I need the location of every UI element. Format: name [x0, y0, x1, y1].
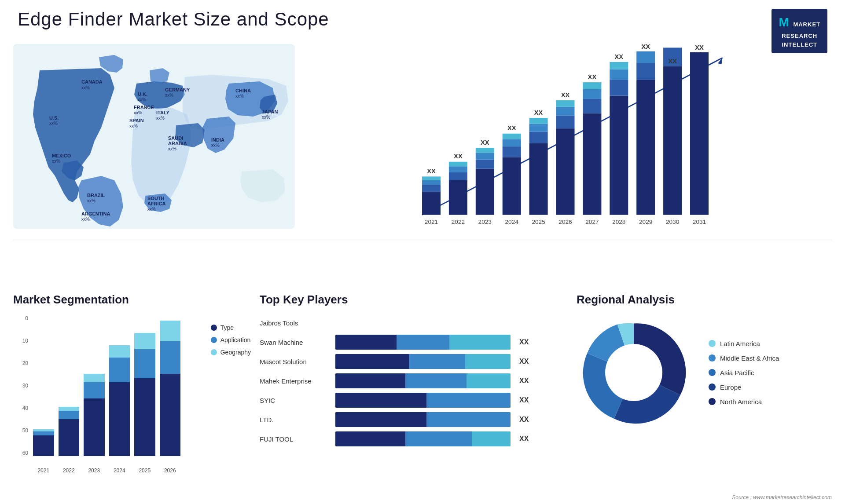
- legend-asia-dot: [709, 369, 716, 376]
- legend-europe: Europe: [709, 383, 779, 391]
- map-label-china: CHINA: [235, 88, 251, 93]
- svg-text:XX: XX: [668, 58, 677, 65]
- svg-rect-34: [583, 99, 601, 113]
- legend-type: Type: [211, 324, 251, 331]
- legend-latin-dot: [709, 340, 716, 347]
- seg-legend: Type Application Geography: [211, 324, 251, 356]
- svg-text:XX: XX: [588, 73, 597, 80]
- world-map-svg: CANADA xx% U.S. xx% MEXICO xx% BRAZIL xx…: [13, 44, 295, 229]
- seg-x-2022: 2022: [59, 467, 80, 474]
- map-label-brazil: BRAZIL: [87, 193, 105, 198]
- logo-m-icon: M: [779, 13, 789, 32]
- map-pct-italy: xx%: [156, 116, 165, 121]
- svg-rect-15: [476, 153, 494, 160]
- seg-bar-2023: [84, 315, 105, 456]
- bar-mahek-seg3: [467, 373, 511, 388]
- segmentation-section: Market Segmentation 60 50 40 30 20 10 0: [13, 293, 251, 491]
- player-bar-swan: [335, 335, 511, 350]
- svg-rect-35: [583, 89, 601, 99]
- svg-text:XX: XX: [534, 109, 543, 116]
- page-title: Edge Finder Market Size and Scope: [18, 9, 329, 30]
- map-label-southafrica: SOUTH: [147, 196, 165, 201]
- bar-fuji-seg3: [472, 431, 511, 446]
- legend-app-dot: [211, 337, 217, 343]
- map-label-germany: GERMANY: [165, 87, 190, 92]
- legend-geography: Geography: [211, 349, 251, 356]
- seg-x-2023: 2023: [84, 467, 105, 474]
- bar-ltd-seg2: [426, 412, 511, 427]
- player-xx-mahek: XX: [519, 377, 533, 385]
- donut-legend: Latin America Middle East & Africa Asia …: [709, 340, 779, 405]
- player-bar-fuji: [335, 431, 511, 446]
- player-xx-fuji: XX: [519, 435, 533, 443]
- bar-mascot-seg1: [335, 354, 409, 369]
- svg-rect-31: [556, 100, 575, 107]
- legend-application: Application: [211, 336, 251, 343]
- svg-text:2021: 2021: [425, 219, 438, 225]
- svg-text:2030: 2030: [666, 219, 680, 225]
- player-xx-swan: XX: [519, 338, 533, 346]
- segmentation-title: Market Segmentation: [13, 293, 251, 307]
- player-row-mascot: Mascot Solution XX: [260, 354, 533, 369]
- svg-rect-18: [503, 157, 521, 215]
- svg-rect-49: [690, 52, 709, 215]
- map-label-southafrica2: AFRICA: [147, 201, 166, 206]
- svg-text:2023: 2023: [478, 219, 492, 225]
- bar-fuji-seg1: [335, 431, 405, 446]
- key-players-section: Top Key Players Jaibros Tools Swan Machi…: [260, 293, 533, 491]
- legend-na-label: North America: [720, 398, 762, 405]
- svg-rect-16: [476, 148, 494, 153]
- player-row-swan: Swan Machine XX: [260, 335, 533, 350]
- bar-mascot-seg2: [409, 354, 465, 369]
- seg-y-60: 60: [22, 450, 28, 456]
- map-pct-brazil: xx%: [87, 198, 96, 203]
- map-label-france: FRANCE: [134, 105, 154, 110]
- donut-hole: [605, 344, 662, 401]
- legend-na-dot: [709, 398, 716, 405]
- player-xx-syic: XX: [519, 396, 533, 404]
- svg-rect-38: [610, 96, 628, 215]
- growth-chart-section: XX XX XX XX XX XX: [308, 44, 832, 229]
- svg-rect-41: [610, 62, 628, 69]
- map-pct-canada: xx%: [81, 85, 90, 90]
- world-map-section: CANADA xx% U.S. xx% MEXICO xx% BRAZIL xx…: [13, 44, 295, 229]
- svg-rect-19: [503, 146, 521, 157]
- svg-text:2027: 2027: [585, 219, 599, 225]
- map-label-mexico: MEXICO: [52, 153, 71, 158]
- legend-type-dot: [211, 325, 217, 331]
- svg-text:XX: XX: [454, 153, 463, 160]
- map-label-uk: U.K.: [138, 91, 147, 97]
- svg-text:2031: 2031: [693, 219, 706, 225]
- bar-swan-seg1: [335, 335, 397, 350]
- svg-rect-25: [529, 124, 548, 132]
- svg-text:XX: XX: [507, 124, 516, 131]
- bar-syic-seg1: [335, 393, 426, 408]
- svg-rect-5: [422, 180, 441, 185]
- regional-analysis-section: Regional Analysis Latin America: [577, 293, 832, 491]
- legend-mea-dot: [709, 354, 716, 362]
- map-label-india: INDIA: [211, 137, 224, 142]
- legend-europe-label: Europe: [720, 383, 741, 391]
- player-name-jaibros: Jaibros Tools: [260, 319, 330, 327]
- bar-mahek-seg1: [335, 373, 405, 388]
- map-pct-saudi: xx%: [168, 146, 176, 151]
- map-label-saudi: SAUDI: [168, 135, 183, 141]
- seg-x-2021: 2021: [33, 467, 54, 474]
- svg-rect-14: [476, 160, 494, 169]
- seg-bars-area: [33, 315, 180, 456]
- svg-text:XX: XX: [481, 139, 489, 146]
- player-row-mahek: Mahek Enterprise XX: [260, 373, 533, 388]
- regional-title: Regional Analysis: [577, 293, 832, 307]
- svg-rect-20: [503, 139, 521, 146]
- svg-text:XX: XX: [427, 168, 436, 175]
- svg-rect-45: [636, 51, 655, 63]
- seg-bar-2026: [160, 315, 181, 456]
- bar-fuji-seg2: [405, 431, 472, 446]
- legend-geo-dot: [211, 349, 217, 355]
- legend-asia-label: Asia Pacific: [720, 369, 754, 376]
- svg-rect-3: [422, 192, 441, 215]
- svg-rect-24: [529, 132, 548, 143]
- map-label-us: U.S.: [49, 115, 59, 121]
- svg-text:XX: XX: [641, 44, 650, 50]
- legend-mea-label: Middle East & Africa: [720, 354, 779, 362]
